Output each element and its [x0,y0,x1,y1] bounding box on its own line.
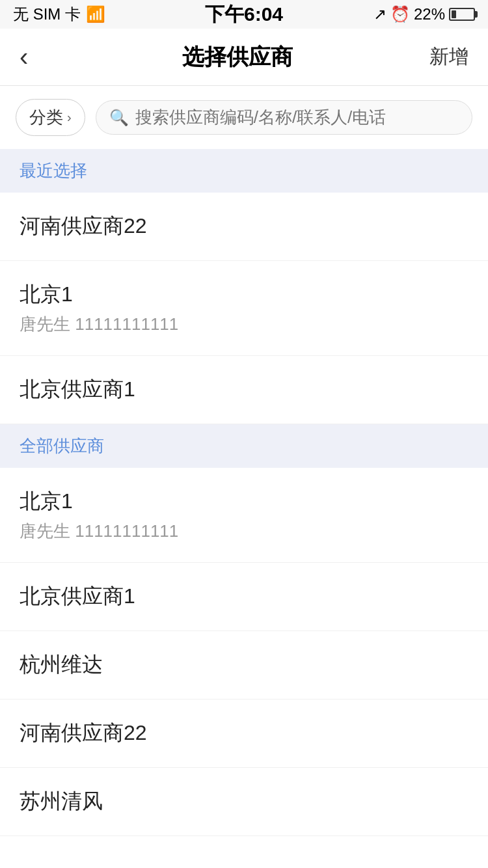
supplier-name: 杭州维达 [20,651,468,679]
no-sim-text: 无 SIM 卡 [13,4,81,25]
recent-section-header: 最近选择 [0,149,488,193]
filter-bar: 分类 › 🔍 [0,86,488,149]
nav-bar: ‹ 选择供应商 新增 [0,29,488,86]
all-item-1[interactable]: 北京供应商1 [0,563,488,631]
category-label: 分类 [29,106,63,129]
all-section-title: 全部供应商 [20,436,104,455]
supplier-name: 北京1 [20,280,468,309]
status-time: 下午6:04 [205,1,283,28]
all-item-2[interactable]: 杭州维达 [0,631,488,699]
supplier-name: 河南供应商22 [20,212,468,241]
status-bar: 无 SIM 卡 📶 下午6:04 ↗ ⏰ 22% [0,0,488,29]
all-section-header: 全部供应商 [0,424,488,468]
search-icon: 🔍 [109,109,129,127]
all-items-list: 北京1 唐先生 11111111111 北京供应商1 杭州维达 河南供应商22 … [0,468,488,836]
supplier-name: 北京供应商1 [20,375,468,404]
supplier-name: 苏州清风 [20,787,468,816]
supplier-contact: 唐先生 11111111111 [20,313,468,336]
page-title: 选择供应商 [182,42,293,72]
search-box[interactable]: 🔍 [96,100,472,135]
supplier-contact: 唐先生 11111111111 [20,520,468,543]
battery-percent: 22% [414,5,445,23]
recent-items-list: 河南供应商22 北京1 唐先生 11111111111 北京供应商1 [0,193,488,424]
location-icon: ↗ [373,5,386,23]
recent-section-title: 最近选择 [20,161,87,180]
status-right: ↗ ⏰ 22% [373,5,475,23]
supplier-name: 北京1 [20,487,468,516]
battery-icon [449,8,475,21]
all-item-0[interactable]: 北京1 唐先生 11111111111 [0,468,488,563]
search-input[interactable] [135,107,459,128]
supplier-name: 北京供应商1 [20,582,468,611]
back-button[interactable]: ‹ [20,42,59,72]
all-item-3[interactable]: 河南供应商22 [0,699,488,768]
add-new-button[interactable]: 新增 [416,44,468,70]
recent-item-2[interactable]: 北京供应商1 [0,356,488,424]
status-left: 无 SIM 卡 📶 [13,4,105,25]
category-button[interactable]: 分类 › [16,99,85,136]
all-item-4[interactable]: 苏州清风 [0,768,488,836]
chevron-right-icon: › [67,110,72,125]
supplier-name: 河南供应商22 [20,719,468,748]
wifi-icon: 📶 [86,5,105,23]
alarm-icon: ⏰ [390,5,410,23]
recent-item-1[interactable]: 北京1 唐先生 11111111111 [0,261,488,356]
recent-item-0[interactable]: 河南供应商22 [0,193,488,261]
